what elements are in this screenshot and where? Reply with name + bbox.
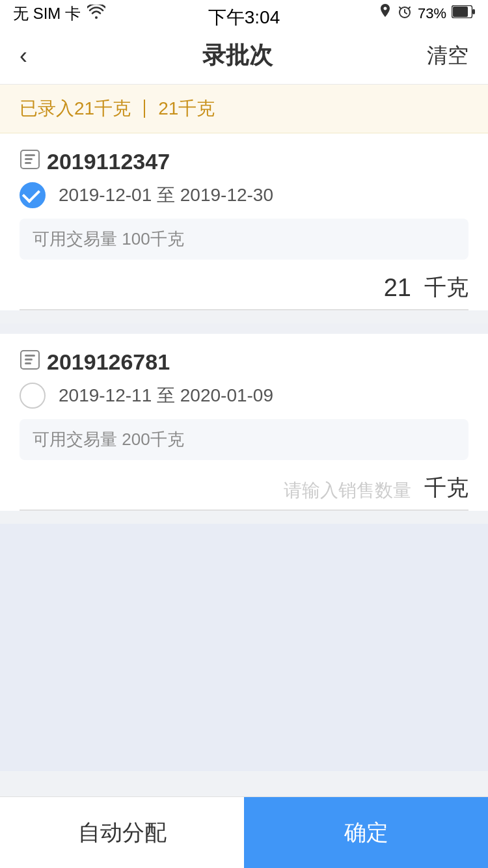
batch-radio-1[interactable] [20,182,46,208]
status-time: 下午3:04 [208,5,280,30]
status-right: 73% [379,4,475,23]
batch-id-row-1: 2019112347 [20,149,468,174]
quantity-row-1: 千克 [0,260,488,303]
batch-date-1: 2019-12-01 至 2019-12-30 [59,183,273,208]
svg-rect-6 [25,158,33,160]
auto-distribute-button[interactable]: 自动分配 [0,797,244,868]
bottom-bar: 自动分配 确定 [0,796,488,868]
batch-available-1: 可用交易量 100千克 [20,219,468,260]
batch-card-1: 2019112347 2019-12-01 至 2019-12-30 可用交易量… [0,133,488,310]
quantity-input-1[interactable] [103,274,411,302]
quantity-unit-2: 千克 [424,473,468,503]
quantity-divider-2 [20,509,468,511]
quantity-unit-1: 千克 [424,273,468,303]
back-button[interactable]: ‹ [20,42,59,70]
content-area: 已录入21千克 21千克 2019112347 2019-12-01 至 2 [0,85,488,843]
batch-id-row-2: 2019126781 [20,349,468,375]
batch-date-row-2[interactable]: 2019-12-11 至 2020-01-09 [20,383,468,409]
recorded-value: 21千克 [158,96,215,121]
batch-date-2: 2019-12-11 至 2020-01-09 [59,383,273,408]
batch-radio-2[interactable] [20,383,46,409]
info-banner: 已录入21千克 21千克 [0,85,488,133]
batch-id-icon-2 [20,349,40,375]
location-icon [379,4,392,23]
svg-rect-3 [453,7,468,17]
svg-rect-5 [25,154,35,156]
status-left: 无 SIM 卡 [13,3,105,24]
clear-button[interactable]: 清空 [416,42,468,70]
svg-rect-9 [25,355,35,357]
svg-rect-7 [25,162,31,164]
page-title: 录批次 [59,40,416,72]
batch-date-row-1[interactable]: 2019-12-01 至 2019-12-30 [20,182,468,208]
recorded-label: 已录入21千克 [20,96,131,121]
confirm-button[interactable]: 确定 [244,797,488,868]
quantity-divider-1 [20,309,468,310]
batch-id-icon-1 [20,149,40,174]
wifi-icon [87,5,105,23]
quantity-row-2: 千克 [0,460,488,503]
empty-area [0,524,488,771]
svg-rect-11 [25,362,31,364]
alarm-icon [397,4,413,23]
battery-icon [452,5,475,22]
svg-rect-2 [472,9,475,14]
sim-text: 无 SIM 卡 [13,3,81,24]
batch-id-text-2: 2019126781 [47,349,170,375]
quantity-input-2[interactable] [103,474,411,502]
section-divider [0,323,488,334]
batch-id-text-1: 2019112347 [47,149,170,174]
status-bar: 无 SIM 卡 下午3:04 73% [0,0,488,27]
batch-card-2: 2019126781 2019-12-11 至 2020-01-09 可用交易量… [0,334,488,511]
banner-divider [144,100,145,118]
batch-available-2: 可用交易量 200千克 [20,419,468,460]
battery-text: 73% [418,5,446,22]
svg-rect-10 [25,359,33,360]
nav-bar: ‹ 录批次 清空 [0,27,488,85]
